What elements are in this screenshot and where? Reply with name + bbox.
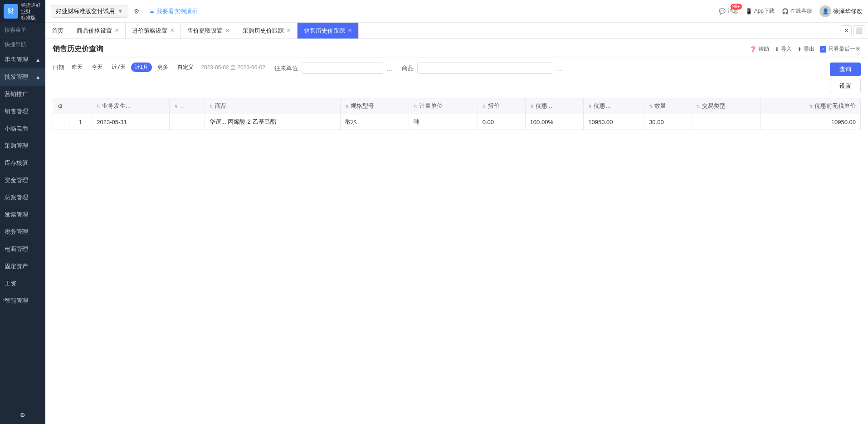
date-btn-yesterday[interactable]: 昨天	[68, 63, 86, 72]
sidebar-settings-button[interactable]: ⚙	[18, 410, 27, 420]
sort-icon: ⇅	[174, 104, 178, 109]
notifications-badge: 99+	[731, 4, 742, 10]
cell-quote: 0.00	[478, 114, 525, 130]
goods-input[interactable]	[417, 63, 553, 74]
date-btn-custom[interactable]: 自定义	[174, 63, 197, 72]
tab-sales-history[interactable]: 销售历史价跟踪 ✕	[297, 23, 359, 39]
th-quantity[interactable]: ⇅ 数量	[644, 98, 692, 114]
th-gear: ⚙	[53, 98, 69, 114]
sidebar-item-wholesale[interactable]: 批发管理 ▲	[0, 68, 45, 86]
data-table: ⚙ ⇅ 业务发生... ⇅	[53, 98, 861, 130]
th-pretax-price[interactable]: ⇅ 优惠前无税单价	[761, 98, 861, 114]
tab-close-sales-history[interactable]: ✕	[348, 28, 352, 34]
date-label: 日期	[53, 63, 64, 72]
gear-icon[interactable]: ⚙	[58, 103, 63, 110]
sidebar-item-accounting[interactable]: 总账管理	[0, 189, 45, 206]
date-btn-today[interactable]: 今天	[88, 63, 106, 72]
th-discount-rate[interactable]: ⇅ 优惠...	[525, 98, 584, 114]
sidebar-item-salary[interactable]: 工资	[0, 275, 45, 292]
only-last-toggle[interactable]: 只看最后一次	[820, 45, 861, 53]
notifications-button[interactable]: 💬 消息 99+	[719, 7, 738, 15]
tab-product-price[interactable]: 商品价格设置 ✕	[70, 23, 126, 39]
tab-close-sale-extract[interactable]: ✕	[225, 28, 229, 34]
user-avatar: 👤	[819, 5, 831, 17]
goods-dots-button[interactable]: ...	[557, 64, 563, 72]
tabbar-actions: ✕ ⬜	[841, 25, 868, 36]
user-menu[interactable]: 👤 徐泽华修改	[819, 5, 863, 17]
page-actions: ❓ 帮助 ⬇ 导入 ⬆ 导出 只看最后一次	[750, 45, 861, 53]
topbar-right: 💬 消息 99+ 📱 App下载 🎧 在线客服 👤 徐泽华修改	[719, 5, 863, 17]
date-btn-more[interactable]: 更多	[154, 63, 172, 72]
sidebar-item-sales[interactable]: 销售管理	[0, 103, 45, 120]
import-icon: ⬇	[775, 46, 779, 53]
sort-icon: ⇅	[97, 104, 100, 109]
th-discount-price[interactable]: ⇅ 优惠...	[584, 98, 644, 114]
sidebar-search[interactable]: 搜索菜单	[0, 23, 45, 38]
cell-gear	[53, 114, 69, 130]
settings-button[interactable]: 设置	[830, 79, 861, 93]
import-button[interactable]: ⬇ 导入	[775, 45, 792, 53]
sort-icon: ⇅	[483, 104, 486, 109]
sidebar-item-ecommerce[interactable]: 电商管理	[0, 241, 45, 258]
headset-icon: 🎧	[782, 8, 789, 14]
app-download-button[interactable]: 📱 App下载	[746, 7, 775, 15]
th-goods[interactable]: ⇅ 商品	[205, 98, 341, 114]
cell-discount-rate: 100.00%	[525, 114, 584, 130]
tab-purchase-history[interactable]: 采购历史价跟踪 ✕	[236, 23, 297, 39]
tab-maximize-button[interactable]: ⬜	[853, 25, 864, 36]
date-btn-1month[interactable]: 近1月	[131, 63, 152, 72]
version-selector[interactable]: 好业财标准版交付试用 ▼	[51, 5, 128, 18]
sidebar-quick-nav[interactable]: 快捷导航	[0, 38, 45, 51]
tab-sale-extract[interactable]: 售价提取设置 ✕	[181, 23, 236, 39]
th-quote[interactable]: ⇅ 报价	[478, 98, 525, 114]
source-unit-dots-button[interactable]: ...	[387, 64, 393, 72]
source-unit-input[interactable]	[302, 63, 383, 74]
cell-quantity: 30.00	[644, 114, 692, 130]
export-button[interactable]: ⬆ 导出	[797, 45, 814, 53]
sidebar-item-invoice[interactable]: 发票管理	[0, 206, 45, 223]
sidebar-item-marketing[interactable]: 营销推广	[0, 86, 45, 103]
tab-close-purchase-strategy[interactable]: ✕	[170, 28, 174, 34]
date-btn-7days[interactable]: 近7天	[108, 63, 129, 72]
tabbar: 首页 商品价格设置 ✕ 进价策略设置 ✕ 售价提取设置 ✕ 采购历史价跟踪 ✕ …	[45, 23, 868, 39]
tab-close-purchase-history[interactable]: ✕	[287, 28, 291, 34]
topbar-settings-icon[interactable]: ⚙	[134, 8, 140, 15]
query-button[interactable]: 查询	[830, 63, 861, 76]
cloud-icon: ☁	[149, 8, 155, 14]
source-unit-label: 往来单位	[274, 64, 298, 72]
sidebar-item-xiaochang[interactable]: 小畅电商	[0, 120, 45, 137]
th-spec[interactable]: ⇅ 规格型号	[341, 98, 409, 114]
tab-close-window-button[interactable]: ✕	[841, 25, 852, 36]
message-icon: 💬	[719, 8, 726, 14]
sidebar-item-smart[interactable]: 智能管理	[0, 292, 45, 309]
cell-spec: 散水	[341, 114, 409, 130]
checkbox-icon	[820, 46, 826, 53]
tab-home[interactable]: 首页	[45, 23, 70, 39]
sidebar-item-retail[interactable]: 零售管理 ▲	[0, 51, 45, 68]
app-name: 畅捷通好业财 标准版	[21, 2, 42, 21]
sidebar-item-fixed-assets[interactable]: 固定资产	[0, 258, 45, 275]
th-transaction-type[interactable]: ⇅ 交易类型	[692, 98, 761, 114]
th-business-date[interactable]: ⇅ 业务发生...	[92, 98, 170, 114]
goods-label: 商品	[402, 64, 414, 72]
table-row[interactable]: 1 2023-05-31 华谊... 丙烯酸-2-乙基己酯 散水 吨 0.00 …	[53, 114, 861, 130]
help-button[interactable]: ❓ 帮助	[750, 45, 769, 53]
filter-row: 日期 昨天 今天 近7天 近1月 更多 自定义 2023-05-02 至 202…	[45, 58, 868, 98]
sidebar-item-capital[interactable]: 资金管理	[0, 172, 45, 189]
cell-business-date: 2023-05-31	[92, 114, 170, 130]
demo-link[interactable]: ☁ 我要看实例演示	[149, 7, 198, 15]
source-unit-filter: 往来单位 ...	[274, 63, 393, 74]
filter-actions: 查询 设置	[830, 63, 861, 93]
cell-goods: 华谊... 丙烯酸-2-乙基己酯	[205, 114, 341, 130]
sidebar-item-tax[interactable]: 税务管理	[0, 223, 45, 241]
online-service-button[interactable]: 🎧 在线客服	[782, 7, 812, 15]
sidebar-item-purchase[interactable]: 采购管理	[0, 137, 45, 154]
sidebar-item-inventory[interactable]: 库存核算	[0, 154, 45, 172]
th-unit[interactable]: ⇅ 计量单位	[409, 98, 478, 114]
data-table-container: ⚙ ⇅ 业务发生... ⇅	[45, 98, 868, 130]
date-buttons: 昨天 今天 近7天 近1月 更多 自定义	[68, 63, 197, 72]
sidebar: 财 畅捷通好业财 标准版 搜索菜单 快捷导航 零售管理 ▲ 批发管理 ▲ 营销推…	[0, 0, 45, 424]
th-dots[interactable]: ⇅ ...	[169, 98, 205, 114]
tab-purchase-strategy[interactable]: 进价策略设置 ✕	[126, 23, 181, 39]
tab-close-product-price[interactable]: ✕	[115, 28, 119, 34]
